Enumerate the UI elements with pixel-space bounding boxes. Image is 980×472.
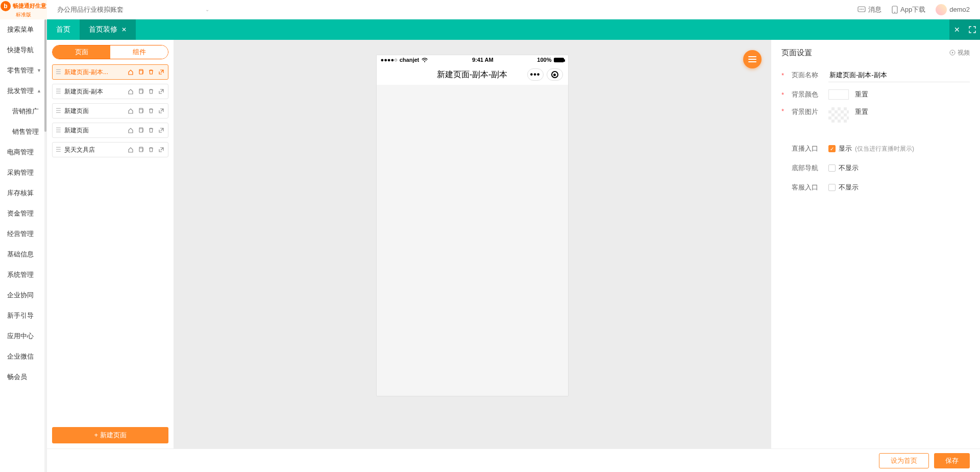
- home-icon[interactable]: [127, 88, 134, 95]
- home-icon[interactable]: [127, 127, 134, 134]
- segment-page[interactable]: 页面: [53, 45, 110, 59]
- video-help-button[interactable]: 视频: [949, 49, 970, 57]
- account-name: 办公用品行业模拟账套: [57, 5, 124, 14]
- caret-up-icon: ▲: [37, 88, 41, 93]
- home-icon[interactable]: [127, 146, 134, 153]
- new-page-button[interactable]: + 新建页面: [52, 427, 168, 443]
- sidebar-item-wholesale-mgmt[interactable]: 批发管理▲: [0, 81, 46, 101]
- sidebar-item-chang-member[interactable]: 畅会员: [0, 367, 46, 387]
- bg-color-reset[interactable]: 重置: [855, 90, 868, 99]
- sidebar-scrollbar[interactable]: [44, 19, 46, 472]
- bg-color-picker[interactable]: [828, 89, 849, 100]
- delete-icon[interactable]: [148, 127, 155, 134]
- sidebar-item-wechat-work[interactable]: 企业微信: [0, 346, 46, 367]
- external-link-icon[interactable]: [158, 68, 165, 76]
- sidebar-item-fund-mgmt[interactable]: 资金管理: [0, 203, 46, 224]
- preview-canvas: ●●●●○ chanjet 9:41 AM 100%: [174, 40, 771, 449]
- caret-down-icon: ▼: [37, 68, 41, 73]
- external-link-icon[interactable]: [158, 88, 165, 95]
- required-star: *: [781, 72, 786, 79]
- live-entry-checkbox[interactable]: ✓: [828, 145, 836, 152]
- delete-icon[interactable]: [148, 146, 155, 153]
- sidebar-item-ecommerce-mgmt[interactable]: 电商管理: [0, 142, 46, 162]
- sidebar: 搜索菜单快捷导航零售管理▼批发管理▲营销推广销售管理电商管理采购管理库存核算资金…: [0, 19, 47, 472]
- service-entry-noshow: 不显示: [839, 183, 859, 192]
- sidebar-label: 搜索菜单: [7, 25, 34, 34]
- app-download-button[interactable]: App下载: [892, 5, 925, 14]
- save-button[interactable]: 保存: [934, 453, 970, 468]
- drag-icon[interactable]: ☰: [56, 107, 61, 114]
- page-list-item[interactable]: ☰昊天文具店: [52, 142, 168, 157]
- phone-body[interactable]: [377, 85, 568, 396]
- copy-icon[interactable]: [137, 68, 144, 76]
- account-selector[interactable]: 办公用品行业模拟账套 ⌄: [57, 5, 209, 14]
- sidebar-label: 电商管理: [7, 148, 34, 157]
- tab-home[interactable]: 首页: [47, 19, 80, 40]
- messages-button[interactable]: 消息: [857, 5, 881, 14]
- close-icon[interactable]: ✕: [121, 26, 127, 33]
- external-link-icon[interactable]: [158, 107, 165, 114]
- copy-icon[interactable]: [137, 146, 144, 153]
- sidebar-label: 零售管理: [7, 66, 34, 75]
- copy-icon[interactable]: [137, 88, 144, 95]
- bg-image-reset[interactable]: 重置: [855, 107, 868, 116]
- avatar: [936, 4, 947, 15]
- page-name-label: 新建页面: [64, 107, 124, 115]
- sidebar-item-retail-mgmt[interactable]: 零售管理▼: [0, 60, 46, 81]
- sidebar-item-enterprise-collab[interactable]: 企业协同: [0, 285, 46, 305]
- sidebar-item-basic-info[interactable]: 基础信息: [0, 244, 46, 265]
- tab-close-all-button[interactable]: ✕: [949, 19, 965, 40]
- page-list-panel: 页面 组件 ☰新建页面-副本...☰新建页面-副本☰新建页面☰新建页面☰昊天文具…: [47, 40, 174, 449]
- home-icon[interactable]: [127, 107, 134, 114]
- tabbar: 首页首页装修✕ ✕: [47, 19, 980, 40]
- top-actions: 消息 App下载 demo2: [857, 4, 980, 15]
- page-name-label: 新建页面-副本...: [64, 68, 124, 77]
- sidebar-item-beginner-guide[interactable]: 新手引导: [0, 305, 46, 326]
- drag-icon[interactable]: ☰: [56, 146, 61, 153]
- sidebar-item-inventory-acct[interactable]: 库存核算: [0, 183, 46, 203]
- bg-image-picker[interactable]: [828, 107, 849, 123]
- wifi-icon: [421, 57, 428, 62]
- external-link-icon[interactable]: [158, 146, 165, 153]
- copy-icon[interactable]: [137, 107, 144, 114]
- component-drawer-toggle[interactable]: [743, 50, 762, 68]
- sidebar-label: 库存核算: [7, 188, 34, 198]
- home-icon[interactable]: [127, 68, 134, 76]
- page-list-item[interactable]: ☰新建页面-副本: [52, 84, 168, 99]
- clock-label: 9:41 AM: [428, 57, 537, 63]
- sidebar-item-quick-nav[interactable]: 快捷导航: [0, 40, 46, 60]
- segment-component[interactable]: 组件: [110, 45, 168, 59]
- tab-home-decor[interactable]: 首页装修✕: [80, 19, 136, 40]
- sidebar-item-search-menu[interactable]: 搜索菜单: [0, 19, 46, 40]
- service-entry-label: 客服入口: [792, 183, 822, 192]
- delete-icon[interactable]: [148, 107, 155, 114]
- user-menu[interactable]: demo2: [936, 4, 970, 15]
- sidebar-item-marketing[interactable]: 营销推广: [0, 101, 46, 122]
- sidebar-label: 快捷导航: [7, 45, 34, 55]
- phone-navbar: 新建页面-副本-副本 •••: [377, 64, 568, 85]
- page-list-item[interactable]: ☰新建页面-副本...: [52, 64, 168, 80]
- page-name-input[interactable]: [828, 68, 970, 82]
- fullscreen-button[interactable]: [965, 19, 980, 40]
- brand-edition: 标准版: [16, 11, 31, 18]
- delete-icon[interactable]: [148, 68, 155, 76]
- drag-icon[interactable]: ☰: [56, 68, 61, 76]
- delete-icon[interactable]: [148, 88, 155, 95]
- page-list-item[interactable]: ☰新建页面: [52, 103, 168, 119]
- bottom-nav-checkbox[interactable]: [828, 164, 836, 172]
- drag-icon[interactable]: ☰: [56, 88, 61, 95]
- brand-logo[interactable]: b 畅捷通好生意 标准版: [0, 0, 47, 19]
- sidebar-item-purchase-mgmt[interactable]: 采购管理: [0, 162, 46, 183]
- service-entry-checkbox[interactable]: [828, 184, 836, 191]
- sidebar-item-app-center[interactable]: 应用中心: [0, 326, 46, 346]
- copy-icon[interactable]: [137, 127, 144, 134]
- set-home-button[interactable]: 设为首页: [879, 453, 929, 468]
- external-link-icon[interactable]: [158, 127, 165, 134]
- svg-rect-9: [139, 129, 143, 132]
- drag-icon[interactable]: ☰: [56, 127, 61, 134]
- sidebar-item-system-mgmt[interactable]: 系统管理: [0, 265, 46, 285]
- battery-icon: [554, 58, 564, 62]
- sidebar-item-sales-mgmt[interactable]: 销售管理: [0, 122, 46, 142]
- sidebar-item-operation-mgmt[interactable]: 经营管理: [0, 224, 46, 244]
- page-list-item[interactable]: ☰新建页面: [52, 123, 168, 138]
